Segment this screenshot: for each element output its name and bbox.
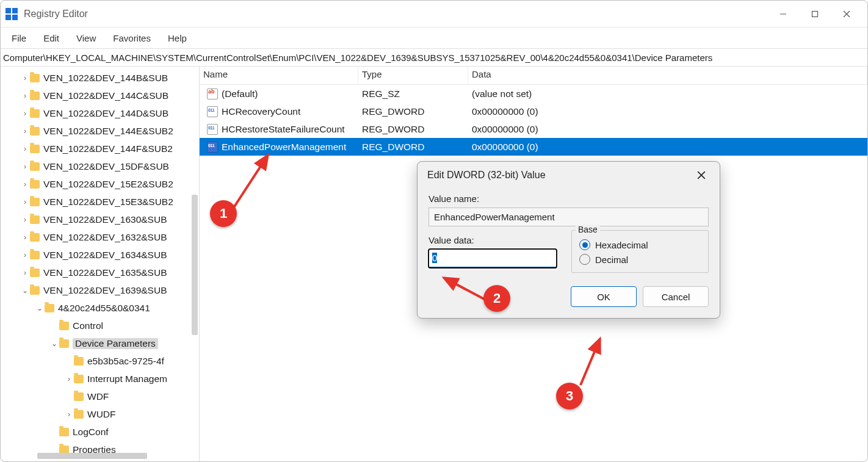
menu-file[interactable]: File: [5, 31, 32, 46]
radio-hexadecimal[interactable]: Hexadecimal: [579, 239, 701, 250]
tree-node[interactable]: ›VEN_1022&DEV_144B&SUB: [1, 69, 199, 87]
column-data[interactable]: Data: [468, 67, 867, 84]
tree-node[interactable]: Control: [1, 317, 199, 334]
tree-node[interactable]: ⌄Device Parameters: [1, 334, 199, 352]
value-name: HCRestoreStateFailureCount: [222, 124, 345, 135]
chevron-right-icon[interactable]: ›: [20, 198, 30, 206]
regedit-app-icon: [5, 8, 18, 20]
chevron-right-icon[interactable]: ›: [20, 162, 30, 171]
menu-help[interactable]: Help: [162, 31, 193, 46]
tree-node[interactable]: ›VEN_1022&DEV_15DF&SUB: [1, 157, 199, 175]
tree-vertical-scrollbar[interactable]: [192, 195, 198, 335]
tree-node[interactable]: ›VEN_1022&DEV_144D&SUB: [1, 104, 199, 122]
tree-node[interactable]: ›VEN_1022&DEV_1634&SUB: [1, 246, 199, 264]
tree-node[interactable]: ›VEN_1022&DEV_15E3&SUB2: [1, 193, 199, 211]
value-row[interactable]: (Default)REG_SZ(value not set): [200, 85, 867, 103]
tree-node[interactable]: LogConf: [1, 423, 199, 441]
tree-node[interactable]: ›VEN_1022&DEV_1632&SUB: [1, 228, 199, 246]
value-data-input[interactable]: [429, 249, 557, 268]
reg-dword-icon: [207, 142, 218, 153]
address-bar[interactable]: Computer\HKEY_LOCAL_MACHINE\SYSTEM\Curre…: [1, 48, 867, 67]
tree-node[interactable]: ›VEN_1022&DEV_1630&SUB: [1, 211, 199, 228]
menu-edit[interactable]: Edit: [37, 31, 65, 46]
column-type[interactable]: Type: [358, 67, 468, 84]
annotation-badge-1: 1: [210, 200, 237, 227]
folder-icon: [30, 74, 40, 82]
chevron-down-icon[interactable]: ⌄: [35, 304, 45, 312]
menu-favorites[interactable]: Favorites: [107, 31, 157, 46]
ok-button[interactable]: OK: [571, 286, 637, 307]
chevron-right-icon[interactable]: ›: [20, 233, 30, 242]
tree-node-label: VEN_1022&DEV_15E2&SUB2: [43, 179, 173, 190]
chevron-right-icon[interactable]: ›: [64, 375, 74, 383]
value-row[interactable]: HCRecoveryCountREG_DWORD0x00000000 (0): [200, 103, 867, 120]
annotation-badge-2: 2: [483, 285, 510, 312]
tree-horizontal-scrollbar[interactable]: [37, 453, 147, 459]
maximize-button[interactable]: [799, 4, 831, 24]
value-row[interactable]: EnhancedPowerManagementREG_DWORD0x000000…: [200, 138, 867, 156]
chevron-right-icon[interactable]: ›: [20, 145, 30, 153]
chevron-right-icon[interactable]: ›: [20, 269, 30, 277]
chevron-down-icon[interactable]: ⌄: [20, 286, 30, 295]
radio-decimal[interactable]: Decimal: [579, 254, 701, 265]
menubar: File Edit View Favorites Help: [1, 27, 867, 48]
tree-node[interactable]: ›VEN_1022&DEV_1635&SUB: [1, 264, 199, 281]
tree-node[interactable]: ›Interrupt Managem: [1, 370, 199, 388]
folder-icon: [30, 286, 40, 295]
tree-node-label: VEN_1022&DEV_144D&SUB: [43, 108, 168, 119]
value-row[interactable]: HCRestoreStateFailureCountREG_DWORD0x000…: [200, 120, 867, 138]
reg-dword-icon: [207, 124, 218, 135]
folder-icon: [74, 357, 84, 366]
tree-node-label: VEN_1022&DEV_15E3&SUB2: [43, 197, 173, 208]
radio-hexadecimal-indicator: [579, 239, 590, 250]
chevron-right-icon[interactable]: ›: [20, 127, 30, 135]
column-name[interactable]: Name: [200, 67, 358, 84]
chevron-right-icon[interactable]: ›: [20, 74, 30, 82]
value-name: (Default): [222, 88, 258, 99]
chevron-right-icon[interactable]: ›: [64, 410, 74, 419]
tree-pane[interactable]: ›VEN_1022&DEV_144B&SUB›VEN_1022&DEV_144C…: [1, 67, 200, 462]
annotation-badge-3: 3: [556, 383, 583, 410]
tree-node[interactable]: ›VEN_1022&DEV_144E&SUB2: [1, 122, 199, 140]
tree-node-label: VEN_1022&DEV_1634&SUB: [43, 250, 167, 261]
tree-node[interactable]: WDF: [1, 388, 199, 405]
radio-decimal-indicator: [579, 254, 590, 265]
tree-node[interactable]: e5b3b5ac-9725-4f: [1, 352, 199, 370]
folder-icon: [30, 109, 40, 118]
tree-node[interactable]: ›VEN_1022&DEV_144F&SUB2: [1, 140, 199, 157]
value-data-label: Value data:: [429, 235, 557, 245]
value-data: 0x00000000 (0): [468, 124, 867, 135]
annotation-arrow-3: [574, 335, 611, 390]
menu-view[interactable]: View: [70, 31, 102, 46]
folder-icon: [30, 92, 40, 100]
tree-node[interactable]: ⌄4&20c24d55&0&0341: [1, 299, 199, 317]
tree-node[interactable]: ›VEN_1022&DEV_15E2&SUB2: [1, 175, 199, 193]
dialog-close-button[interactable]: [693, 167, 710, 184]
chevron-down-icon[interactable]: ⌄: [49, 339, 59, 348]
base-groupbox: Base Hexadecimal Decimal: [571, 230, 709, 273]
tree-node[interactable]: ›VEN_1022&DEV_144C&SUB: [1, 87, 199, 104]
titlebar: Registry Editor: [1, 1, 867, 27]
svg-line-8: [580, 339, 600, 385]
close-button[interactable]: [831, 4, 863, 24]
minimize-button[interactable]: [767, 4, 799, 24]
tree-node[interactable]: ›WUDF: [1, 405, 199, 423]
tree-node-label: 4&20c24d55&0&0341: [58, 303, 150, 314]
folder-icon: [30, 233, 40, 242]
svg-rect-1: [812, 11, 818, 16]
reg-sz-icon: [207, 88, 218, 99]
cancel-button[interactable]: Cancel: [643, 286, 709, 307]
tree-node[interactable]: ⌄VEN_1022&DEV_1639&SUB: [1, 281, 199, 299]
folder-icon: [30, 162, 40, 171]
tree-node-label: VEN_1022&DEV_15DF&SUB: [43, 161, 169, 172]
value-data: 0x00000000 (0): [468, 142, 867, 153]
chevron-right-icon[interactable]: ›: [20, 180, 30, 189]
chevron-right-icon[interactable]: ›: [20, 109, 30, 118]
tree-node-label: VEN_1022&DEV_144F&SUB2: [43, 143, 173, 154]
value-name-label: Value name:: [429, 193, 709, 204]
base-legend: Base: [576, 225, 600, 234]
chevron-right-icon[interactable]: ›: [20, 92, 30, 100]
chevron-right-icon[interactable]: ›: [20, 251, 30, 259]
folder-icon: [74, 392, 84, 401]
chevron-right-icon[interactable]: ›: [20, 215, 30, 224]
